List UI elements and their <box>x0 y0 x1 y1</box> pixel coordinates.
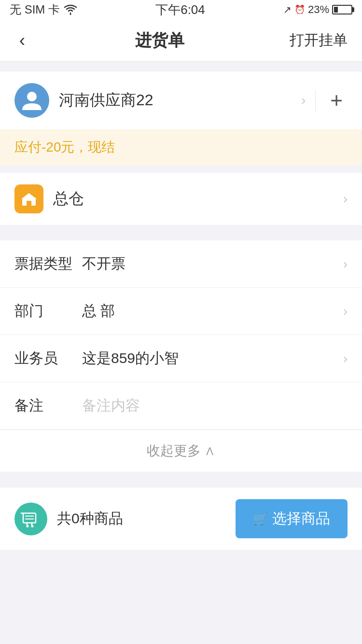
invoice-type-chevron-icon: › <box>343 256 348 272</box>
battery-indicator <box>332 5 352 14</box>
product-icon-wrap <box>14 503 47 535</box>
warehouse-icon-wrap <box>14 184 43 213</box>
row-separator-2 <box>0 225 362 233</box>
warehouse-label: 总仓 <box>53 188 343 210</box>
status-bar-left: 无 SIM 卡 <box>10 2 77 17</box>
notice-text: 应付-20元，现结 <box>14 140 115 154</box>
department-chevron-icon: › <box>343 304 348 319</box>
alarm-icon: ⏰ <box>294 4 305 15</box>
invoice-type-row[interactable]: 票据类型 不开票 › <box>0 240 362 288</box>
svg-rect-3 <box>27 201 31 206</box>
warehouse-row[interactable]: 总仓 › <box>0 173 362 225</box>
svg-point-0 <box>27 92 37 101</box>
cart-icon <box>20 508 42 530</box>
product-row: 共0种商品 🛒 选择商品 <box>0 487 362 550</box>
nav-bar: ‹ 进货单 打开挂单 <box>0 19 362 62</box>
row-separator-1 <box>0 165 362 173</box>
svg-marker-2 <box>21 193 37 199</box>
status-bar: 无 SIM 卡 下午6:04 ↗ ⏰ 23% <box>0 0 362 19</box>
invoice-type-label: 票据类型 <box>14 254 82 274</box>
svg-rect-4 <box>23 513 36 523</box>
notice-banner: 应付-20元，现结 <box>0 129 362 165</box>
collapse-row[interactable]: 收起更多 ∧ <box>0 430 362 472</box>
invoice-type-value: 不开票 <box>82 254 343 274</box>
supplier-row[interactable]: 河南供应商22 › + <box>0 71 362 129</box>
add-supplier-button[interactable]: + <box>325 88 348 112</box>
salesperson-row[interactable]: 业务员 这是859的小智 › <box>0 335 362 382</box>
supplier-section: 河南供应商22 › + 应付-20元，现结 <box>0 71 362 165</box>
location-icon: ↗ <box>283 4 292 15</box>
department-label: 部门 <box>14 301 82 321</box>
status-time: 下午6:04 <box>155 1 205 18</box>
page-title: 进货单 <box>135 29 184 52</box>
back-button[interactable]: ‹ <box>14 26 30 56</box>
warehouse-icon <box>20 190 38 208</box>
supplier-avatar <box>14 83 49 118</box>
department-value: 总 部 <box>82 301 343 321</box>
form-section: 票据类型 不开票 › 部门 总 部 › 业务员 这是859的小智 › 备注 备注… <box>0 240 362 472</box>
remark-label: 备注 <box>14 396 82 416</box>
vertical-divider <box>315 90 316 111</box>
select-btn-icon: 🛒 <box>253 512 267 526</box>
battery-percent: 23% <box>308 3 329 16</box>
status-bar-right: ↗ ⏰ 23% <box>283 3 352 16</box>
select-product-button[interactable]: 🛒 选择商品 <box>236 499 348 538</box>
wifi-icon <box>64 4 77 15</box>
salesperson-chevron-icon: › <box>343 351 348 366</box>
svg-point-6 <box>31 525 34 527</box>
select-btn-label: 选择商品 <box>272 509 330 529</box>
row-separator-3 <box>0 472 362 479</box>
collapse-label: 收起更多 ∧ <box>147 443 216 458</box>
supplier-name: 河南供应商22 <box>59 90 301 111</box>
remark-row[interactable]: 备注 备注内容 <box>0 382 362 430</box>
supplier-chevron-icon: › <box>301 93 306 108</box>
person-icon <box>20 89 43 112</box>
top-divider <box>0 62 362 71</box>
gray-fill-area <box>0 550 362 644</box>
remark-placeholder[interactable]: 备注内容 <box>82 396 348 416</box>
carrier-label: 无 SIM 卡 <box>10 2 60 17</box>
open-pending-button[interactable]: 打开挂单 <box>290 30 348 50</box>
product-count-label: 共0种商品 <box>57 509 236 529</box>
department-row[interactable]: 部门 总 部 › <box>0 288 362 335</box>
warehouse-chevron-icon: › <box>343 191 348 207</box>
salesperson-label: 业务员 <box>14 349 82 368</box>
svg-point-5 <box>27 525 29 527</box>
salesperson-value: 这是859的小智 <box>82 349 343 368</box>
